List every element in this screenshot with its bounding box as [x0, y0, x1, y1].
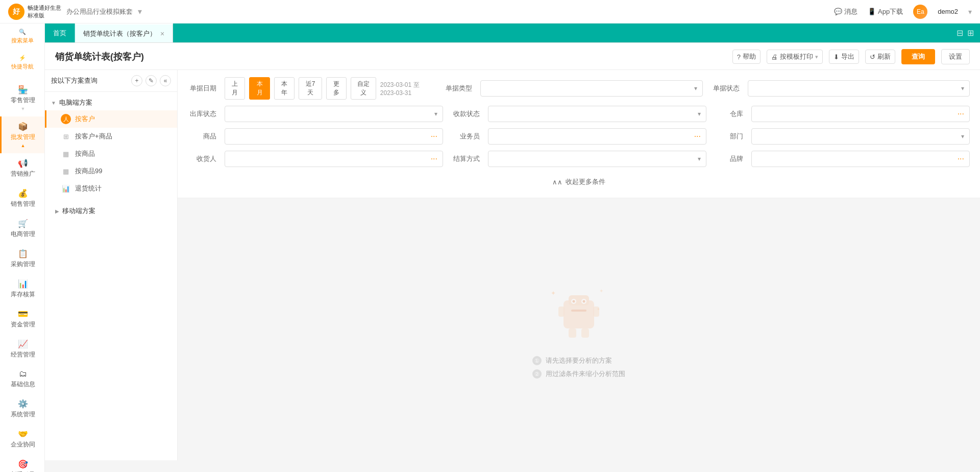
warehouse-dots[interactable]: ···	[958, 109, 964, 119]
payment-status-label: 收款状态	[451, 109, 480, 119]
svg-text:✦: ✦	[551, 290, 556, 297]
tree-item-by-return[interactable]: 📊 退货统计	[45, 180, 177, 197]
sidebar-item-system[interactable]: ⚙️ 系统管理	[0, 394, 44, 424]
salesperson-input[interactable]: ···	[488, 128, 706, 145]
svg-point-5	[583, 300, 585, 303]
app-download-btn[interactable]: 📱 App下载	[868, 7, 903, 16]
help-btn[interactable]: ? 帮助	[732, 50, 761, 64]
wholesale-arrow: ▲	[21, 143, 26, 148]
ecommerce-icon: 🛒	[18, 219, 28, 228]
payment-status-select[interactable]: ▾	[488, 106, 706, 122]
doc-status-chevron: ▾	[961, 85, 964, 92]
tree-mobile-parent[interactable]: ▶ 移动端方案	[45, 203, 177, 219]
purchase-icon: 📋	[18, 249, 28, 258]
tree-arrow-down: ▼	[51, 100, 56, 106]
date-btn-custom[interactable]: 自定义	[351, 77, 376, 100]
retail-icon: 🏪	[18, 85, 28, 95]
tab-maximize-icon[interactable]: ⊞	[967, 28, 974, 38]
sidebar-item-coop[interactable]: 🤝 企业协同	[0, 424, 44, 454]
logo-text: 畅捷通好生意 标准版	[28, 4, 61, 19]
page-content: 销货单统计表(按客户) ? 帮助 🖨 按模板打印 ▾ ⬇ 导出	[45, 43, 980, 472]
doc-type-select[interactable]: ▾	[480, 80, 702, 97]
edit-scheme-btn[interactable]: ✎	[145, 75, 157, 86]
consignee-input[interactable]: ···	[225, 151, 443, 167]
tab-minimize-icon[interactable]: ⊟	[957, 28, 963, 38]
doc-status-select[interactable]: ▾	[748, 80, 970, 97]
sidebar-quicknav-btn[interactable]: ⚡ 快捷导航	[0, 50, 44, 76]
payment-chevron: ▾	[698, 110, 701, 117]
basic-icon: 🗂	[19, 369, 27, 379]
left-panel-actions: + ✎ «	[131, 75, 171, 86]
sidebar-item-marketing[interactable]: 📢 营销推广	[0, 153, 44, 183]
sidebar-item-operations[interactable]: 📈 经营管理	[0, 334, 44, 364]
query-btn[interactable]: 查询	[901, 49, 935, 64]
collapse-up-icon: ∧∧	[552, 178, 562, 186]
sidebar-item-newguide[interactable]: 🎯 新手引导	[0, 454, 44, 472]
sidebar: 🔍 搜索菜单 ⚡ 快捷导航 🏪 零售管理 ▼ 📦 批发管理 ▲ 📢 营销推广 💰…	[0, 23, 45, 472]
empty-tips: ① 请先选择要分析的方案 ② 用过滤条件来缩小分析范围	[532, 356, 625, 379]
grid-icon: ⊞	[61, 131, 71, 141]
collapse-btn[interactable]: ∧∧ 收起更多条件	[188, 173, 970, 191]
sidebar-item-retail[interactable]: 🏪 零售管理 ▼	[0, 80, 44, 116]
date-btn-7days[interactable]: 近7天	[299, 77, 322, 100]
department-select[interactable]: ▾	[751, 128, 970, 145]
tree-item-by-goods99[interactable]: ▦ 按商品99	[45, 162, 177, 180]
header-right: 💬 消息 📱 App下载 Ea demo2 ▾	[834, 5, 972, 19]
sidebar-item-sales[interactable]: 💰 销售管理	[0, 183, 44, 214]
sidebar-item-basic[interactable]: 🗂 基础信息	[0, 364, 44, 394]
doc-status-label: 单据状态	[711, 84, 740, 93]
goods-dots[interactable]: ···	[431, 132, 437, 141]
sidebar-item-finance[interactable]: 💳 资金管理	[0, 304, 44, 334]
add-scheme-btn[interactable]: +	[131, 75, 142, 86]
collapse-panel-btn[interactable]: «	[160, 75, 171, 86]
industry-dropdown[interactable]: ▾	[138, 7, 142, 16]
settings-btn[interactable]: 设置	[941, 49, 970, 64]
tab-home[interactable]: 首页	[45, 23, 75, 42]
print-btn[interactable]: 🖨 按模板打印 ▾	[767, 50, 823, 64]
settlement-chevron: ▾	[698, 155, 701, 162]
settlement-select[interactable]: ▾	[488, 151, 706, 167]
sidebar-item-wholesale[interactable]: 📦 批发管理 ▲	[0, 116, 44, 153]
date-btn-last-month[interactable]: 上月	[225, 77, 245, 100]
tree-desktop-parent[interactable]: ▼ 电脑端方案	[45, 95, 177, 110]
stock-status-select[interactable]: ▾	[225, 106, 443, 122]
tab-active[interactable]: 销货单统计表（按客户） ×	[75, 23, 173, 42]
brand-input[interactable]: ···	[751, 151, 970, 167]
operations-icon: 📈	[18, 339, 28, 349]
logo-icon: 好	[8, 4, 24, 20]
date-btn-this-year[interactable]: 本年	[274, 77, 295, 100]
avatar: Ea	[913, 5, 927, 19]
brand-dots[interactable]: ···	[958, 154, 964, 163]
brand-label: 品牌	[715, 154, 743, 163]
tree-item-by-customer-goods[interactable]: ⊞ 按客户+商品	[45, 128, 177, 145]
salesperson-dots[interactable]: ···	[694, 132, 701, 141]
username[interactable]: demo2	[938, 8, 958, 15]
main-layout: 🔍 搜索菜单 ⚡ 快捷导航 🏪 零售管理 ▼ 📦 批发管理 ▲ 📢 营销推广 💰…	[0, 23, 980, 472]
tree-item-by-goods[interactable]: ▦ 按商品	[45, 145, 177, 162]
export-icon: ⬇	[834, 53, 839, 61]
sidebar-item-inventory[interactable]: 📊 库存核算	[0, 274, 44, 304]
user-dropdown-icon[interactable]: ▾	[968, 8, 972, 16]
sidebar-search-btn[interactable]: 🔍 搜索菜单	[0, 23, 44, 50]
consignee-dots[interactable]: ···	[431, 154, 437, 163]
empty-tip-1: ① 请先选择要分析的方案	[532, 356, 625, 365]
print-dropdown-icon[interactable]: ▾	[815, 54, 818, 60]
inventory-icon: 📊	[18, 279, 28, 289]
tree-item-by-customer[interactable]: 人 按客户	[45, 110, 177, 128]
goods-input[interactable]: ···	[225, 128, 443, 145]
table2-icon: ▦	[61, 166, 71, 176]
tab-close-btn[interactable]: ×	[160, 30, 164, 37]
date-btn-more[interactable]: 更多	[326, 77, 347, 100]
customer-icon: 人	[61, 114, 71, 124]
page-title: 销货单统计表(按客户)	[55, 51, 144, 68]
message-btn[interactable]: 💬 消息	[834, 7, 857, 16]
export-btn[interactable]: ⬇ 导出	[829, 50, 859, 64]
warehouse-input[interactable]: ···	[751, 106, 970, 122]
filter-row-2: 出库状态 ▾ 收款状态 ▾ 仓库	[188, 106, 970, 122]
sidebar-item-purchase[interactable]: 📋 采购管理	[0, 244, 44, 274]
refresh-btn[interactable]: ↺ 刷新	[865, 50, 895, 64]
doc-type-chevron: ▾	[694, 85, 697, 92]
tree-arrow-right: ▶	[55, 208, 59, 214]
sidebar-item-ecommerce[interactable]: 🛒 电商管理	[0, 214, 44, 244]
date-btn-this-month[interactable]: 本月	[249, 77, 270, 100]
